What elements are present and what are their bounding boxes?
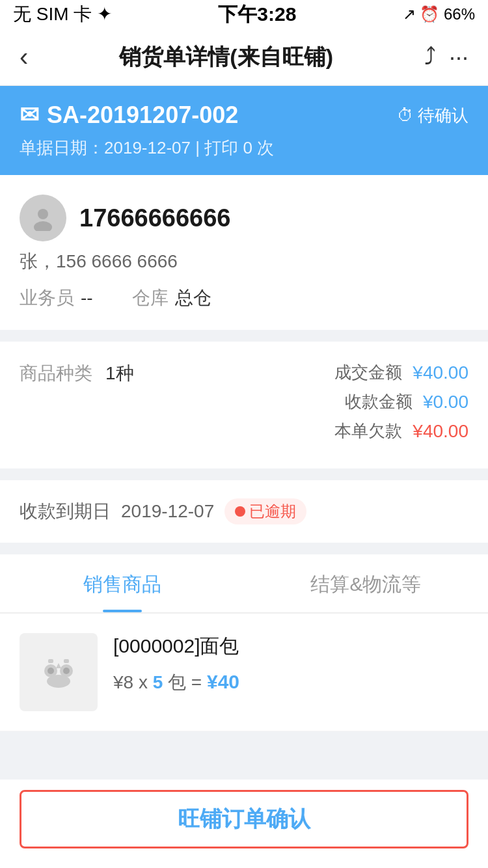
customer-name: 张，156 6666 6666 — [20, 249, 468, 274]
status-icons: ↗ ⏰ 66% — [403, 5, 475, 23]
tab-settlement-label: 结算&物流等 — [310, 573, 421, 595]
order-header-banner: ✉ SA-20191207-002 ⏱ 待确认 单据日期：2019-12-07 … — [0, 86, 488, 175]
received-amount-row: 收款金额 ¥0.00 — [334, 390, 468, 413]
multiply-sign: x — [139, 672, 153, 692]
svg-rect-9 — [64, 659, 69, 663]
customer-details: 业务员 -- 仓库 总仓 — [20, 286, 468, 310]
due-date-value: 2019-12-07 — [121, 501, 214, 522]
nav-actions: ⤴ ··· — [424, 44, 468, 71]
product-price: ¥8 — [113, 672, 133, 692]
svg-point-5 — [63, 668, 70, 674]
svg-marker-7 — [56, 663, 61, 668]
overdue-badge: 已逾期 — [224, 498, 306, 524]
confirm-button[interactable]: 旺铺订单确认 — [20, 790, 468, 848]
svg-point-1 — [34, 221, 52, 231]
confirm-button-wrap: 旺铺订单确认 — [0, 780, 488, 868]
product-type-value: 1种 — [105, 361, 134, 386]
order-meta: 单据日期：2019-12-07 | 打印 0 次 — [20, 137, 468, 159]
sim-status: 无 SIM 卡 ✦ — [13, 2, 112, 27]
due-date-label: 收款到期日 — [20, 499, 111, 524]
summary-card: 商品种类 1种 成交金额 ¥40.00 收款金额 ¥0.00 本单欠款 ¥40.… — [0, 342, 488, 468]
warehouse-value: 总仓 — [175, 286, 211, 310]
svg-point-0 — [38, 209, 48, 219]
status-left: 无 SIM 卡 ✦ — [13, 2, 112, 27]
svg-point-4 — [47, 668, 54, 674]
owed-amount-row: 本单欠款 ¥40.00 — [334, 420, 468, 442]
order-icon: ✉ — [20, 102, 39, 129]
due-date-card: 收款到期日 2019-12-07 已逾期 — [0, 480, 488, 543]
product-name: [0000002]面包 — [113, 633, 468, 660]
svg-point-6 — [47, 675, 70, 688]
nav-bar: ‹ 销货单详情(来自旺铺) ⤴ ··· — [0, 29, 488, 86]
overdue-text: 已逾期 — [249, 501, 296, 522]
product-info: [0000002]面包 ¥8 x 5 包 = ¥40 — [113, 633, 468, 695]
received-amount-value: ¥0.00 — [423, 392, 468, 413]
overdue-dot-icon — [235, 506, 245, 517]
product-qty: 5 — [153, 672, 163, 692]
order-id-text: SA-20191207-002 — [47, 102, 238, 129]
salesperson-field: 业务员 -- — [20, 286, 93, 310]
status-right: ↗ ⏰ 66% — [403, 5, 475, 23]
product-unit: 包 — [168, 672, 186, 692]
warehouse-field: 仓库 总仓 — [132, 286, 211, 310]
warehouse-label: 仓库 — [132, 286, 169, 310]
status-time: 下午3:28 — [218, 1, 296, 28]
tab-products-label: 销售商品 — [83, 573, 161, 595]
customer-phone: 17666666666 — [79, 204, 230, 232]
order-id: ✉ SA-20191207-002 — [20, 102, 238, 129]
transaction-amount-row: 成交金额 ¥40.00 — [334, 361, 468, 384]
salesperson-value: -- — [81, 288, 93, 308]
more-button[interactable]: ··· — [449, 44, 468, 71]
product-type-section: 商品种类 1种 — [20, 361, 134, 386]
product-thumbnail — [20, 633, 98, 711]
tab-products[interactable]: 销售商品 — [0, 554, 244, 612]
tab-settlement[interactable]: 结算&物流等 — [244, 554, 488, 612]
status-bar: 无 SIM 卡 ✦ 下午3:28 ↗ ⏰ 66% — [0, 0, 488, 29]
page-title: 销货单详情(来自旺铺) — [119, 42, 333, 72]
product-list: [0000002]面包 ¥8 x 5 包 = ¥40 — [0, 614, 488, 731]
share-button[interactable]: ⤴ — [424, 44, 436, 71]
confirm-button-label: 旺铺订单确认 — [178, 804, 310, 834]
svg-rect-8 — [48, 659, 53, 663]
amounts-section: 成交金额 ¥40.00 收款金额 ¥0.00 本单欠款 ¥40.00 — [334, 361, 468, 449]
received-amount-label: 收款金额 — [345, 390, 413, 413]
product-type-label: 商品种类 — [20, 361, 92, 386]
transaction-amount-value: ¥40.00 — [413, 362, 468, 383]
product-item: [0000002]面包 ¥8 x 5 包 = ¥40 — [0, 614, 488, 731]
order-status: ⏱ 待确认 — [397, 104, 468, 127]
product-total: ¥40 — [207, 671, 239, 692]
customer-card: 17666666666 张，156 6666 6666 业务员 -- 仓库 总仓 — [0, 175, 488, 330]
owed-amount-value: ¥40.00 — [413, 421, 468, 442]
equals-sign: = — [191, 672, 207, 692]
salesperson-label: 业务员 — [20, 286, 74, 310]
back-button[interactable]: ‹ — [20, 42, 28, 72]
owed-amount-label: 本单欠款 — [334, 420, 402, 442]
transaction-amount-label: 成交金额 — [334, 361, 402, 384]
avatar — [20, 195, 66, 241]
tabs-bar: 销售商品 结算&物流等 — [0, 554, 488, 614]
order-status-text: 待确认 — [418, 104, 468, 127]
status-clock-icon: ⏱ — [397, 105, 414, 126]
product-price-row: ¥8 x 5 包 = ¥40 — [113, 670, 468, 695]
